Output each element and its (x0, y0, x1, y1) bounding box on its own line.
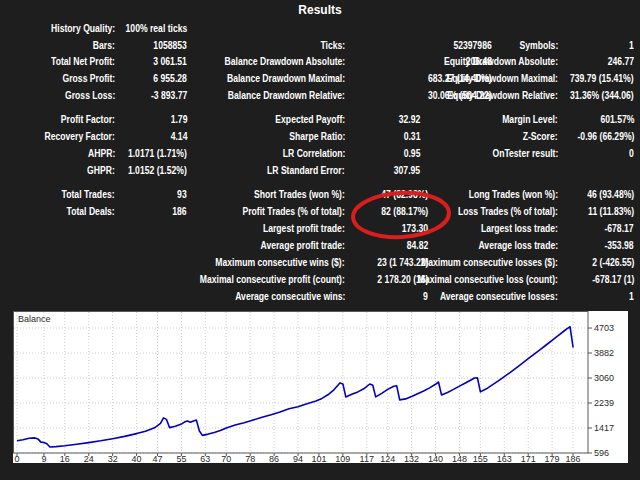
stat-label: Equity Drawdown Absolute: (444, 54, 558, 68)
y-axis-label: 3060 (594, 373, 614, 383)
stats-row: Recovery Factor:4.14Sharpe Ratio:0.31Z-S… (0, 129, 640, 143)
y-axis-label: 596 (594, 448, 609, 458)
x-axis-label: 24 (84, 454, 94, 463)
stat-value: 1.0152 (1.52%) (128, 163, 187, 177)
stat-value: 46 (93.48%) (587, 187, 634, 201)
x-axis-label: 101 (311, 454, 326, 463)
backtest-results-panel: Results History Quality:100% real ticksB… (0, 0, 640, 480)
stat-label: Average consecutive wins: (235, 289, 345, 303)
stats-row: Average consecutive wins:9Average consec… (0, 289, 640, 303)
stat-label: Profit Factor: (61, 112, 115, 126)
stat-label: LR Correlation: (282, 146, 345, 160)
x-axis-label: 55 (176, 454, 186, 463)
stats-table: History Quality:100% real ticksBars:1058… (0, 0, 640, 310)
stat-label: Recovery Factor: (45, 129, 115, 143)
stats-row: GHPR:1.0152 (1.52%)LR Standard Error:307… (0, 163, 640, 177)
x-axis-label: 117 (360, 454, 374, 463)
stat-label: AHPR: (88, 146, 115, 160)
stat-value: 11 (11.83%) (588, 204, 634, 218)
stat-value: 1 (629, 289, 634, 303)
stat-label: Expected Payoff: (275, 112, 345, 126)
stat-value: 1.79 (170, 112, 187, 126)
stats-row: History Quality:100% real ticks (0, 21, 640, 35)
stat-value: 93 (177, 187, 187, 201)
x-axis-label: 70 (221, 454, 231, 463)
stat-label: History Quality: (51, 21, 115, 35)
stat-value: 100% real ticks (125, 21, 187, 35)
stat-value: 32.92 (398, 112, 420, 126)
stat-label: LR Standard Error: (267, 163, 345, 177)
stats-row: Profit Factor:1.79Expected Payoff:32.92M… (0, 112, 640, 126)
x-axis-label: 179 (545, 454, 560, 463)
stat-label: Gross Profit: (62, 71, 115, 85)
y-axis-label: 4703 (594, 323, 614, 333)
stat-value: 1058853 (153, 38, 187, 52)
x-axis-label: 9 (41, 454, 46, 463)
stat-label: Equity Drawdown Relative: (447, 88, 558, 102)
stat-value: 1.0171 (1.71%) (128, 146, 187, 160)
stat-value: 246.77 (608, 54, 634, 68)
stat-label: Largest loss trade: (481, 221, 558, 235)
stat-value: 0 (629, 146, 634, 160)
stat-value: 52397986 (454, 38, 492, 52)
stat-label: Profit Trades (% of total): (243, 204, 345, 218)
stats-row: Gross Loss:-3 893.77Balance Drawdown Rel… (0, 88, 640, 102)
stat-value: -678.17 (605, 221, 634, 235)
x-axis-label: 155 (473, 454, 488, 463)
stat-label: Largest profit trade: (263, 221, 345, 235)
stat-label: Maximal consecutive profit (count): (200, 272, 345, 286)
stat-label: Maximum consecutive losses ($): (421, 255, 558, 269)
x-axis-label: 140 (428, 454, 443, 463)
x-axis-label: 163 (497, 454, 512, 463)
stats-row: Maximum consecutive wins ($):23 (1 743.2… (0, 255, 640, 269)
x-axis-label: 109 (335, 454, 350, 463)
stat-label: Bars: (93, 38, 115, 52)
x-axis-label: 124 (380, 454, 395, 463)
stat-value: 9 (423, 289, 428, 303)
stats-row: Bars:1058853Ticks:52397986Symbols:1 (0, 38, 640, 52)
x-axis-label: 171 (521, 454, 536, 463)
x-axis-label: 40 (132, 454, 142, 463)
stats-row: Average profit trade:84.82Average loss t… (0, 238, 640, 252)
stat-value: 4.14 (170, 129, 187, 143)
stat-label: Average consecutive losses: (440, 289, 558, 303)
stat-label: Long Trades (won %): (469, 187, 558, 201)
stat-value: 0.31 (403, 129, 420, 143)
stat-value: 47 (82.98%) (381, 187, 428, 201)
stat-label: Total Net Profit: (51, 54, 115, 68)
stat-label: Balance Drawdown Maximal: (227, 71, 345, 85)
stat-value: 3 061.51 (153, 54, 187, 68)
stat-label: Z-Score: (523, 129, 558, 143)
stat-label: GHPR: (87, 163, 115, 177)
stat-label: Balance Drawdown Absolute: (224, 54, 345, 68)
balance-chart: 0916243240475563707886941011091171241321… (13, 311, 628, 463)
stat-label: Margin Level: (502, 112, 558, 126)
stats-row: Total Net Profit:3 061.51Balance Drawdow… (0, 54, 640, 68)
x-axis-label: 86 (269, 454, 279, 463)
stat-label: OnTester result: (492, 146, 558, 160)
stat-value: 0.95 (403, 146, 420, 160)
stat-label: Equity Drawdown Maximal: (447, 71, 558, 85)
x-axis-label: 63 (200, 454, 210, 463)
stat-value: 186 (173, 204, 187, 218)
x-axis-label: 78 (245, 454, 255, 463)
stat-label: Average loss trade: (478, 238, 558, 252)
stats-row: Gross Profit:6 955.28Balance Drawdown Ma… (0, 71, 640, 85)
stat-value: 601.57% (600, 112, 634, 126)
stat-value: 82 (88.17%) (381, 204, 428, 218)
x-axis-label: 186 (566, 454, 581, 463)
stat-value: 6 955.28 (153, 71, 187, 85)
chart-series-label: Balance (18, 314, 51, 324)
stat-value: 2 (-426.55) (592, 255, 634, 269)
stat-value: 31.36% (344.06) (570, 88, 634, 102)
stat-value: -678.17 (1) (592, 272, 634, 286)
stat-label: Maximum consecutive wins ($): (216, 255, 345, 269)
stat-value: 1 (629, 38, 634, 52)
stat-label: Symbols: (519, 38, 558, 52)
stat-value: -353.98 (605, 238, 634, 252)
stats-row: Maximal consecutive profit (count):2 178… (0, 272, 640, 286)
stat-label: Balance Drawdown Relative: (228, 88, 345, 102)
stat-label: Ticks: (320, 38, 345, 52)
x-axis-label: 94 (293, 454, 303, 463)
stats-row: Largest profit trade:173.30Largest loss … (0, 221, 640, 235)
